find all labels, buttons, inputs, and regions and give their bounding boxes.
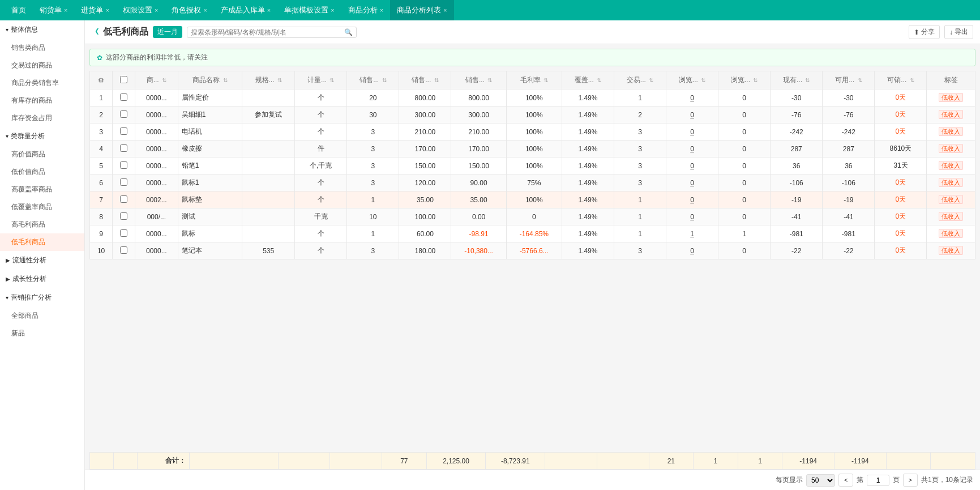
cell-browse1[interactable]: 1	[666, 225, 718, 242]
nav-item-purchase[interactable]: 进货单 ×	[74, 0, 115, 20]
row-checkbox[interactable]	[120, 178, 127, 186]
cell-checkbox[interactable]	[113, 225, 135, 242]
sort-icon[interactable]: ⇅	[701, 77, 705, 83]
sidebar-group-marketing[interactable]: ▾ 营销推广分析	[0, 288, 84, 307]
row-checkbox[interactable]	[120, 93, 127, 101]
cell-browse1[interactable]: 0	[666, 90, 718, 106]
close-icon[interactable]: ×	[64, 7, 67, 14]
cell-checkbox[interactable]	[113, 208, 135, 225]
sort-icon[interactable]: ⇅	[910, 77, 914, 83]
close-icon[interactable]: ×	[267, 7, 271, 14]
sidebar-group-cluster[interactable]: ▾ 类群量分析	[0, 127, 84, 146]
sort-icon[interactable]: ⇅	[805, 77, 810, 83]
sidebar-item-in-stock[interactable]: 有库存的商品	[0, 92, 84, 109]
sidebar-item-new-goods[interactable]: 新品	[0, 325, 84, 342]
nav-item-products[interactable]: 产成品入库单 ×	[214, 0, 277, 20]
sort-icon[interactable]: ⇅	[162, 77, 166, 83]
sort-icon[interactable]: ⇅	[434, 77, 439, 83]
close-icon[interactable]: ×	[203, 7, 207, 14]
cell-checkbox[interactable]	[113, 140, 135, 157]
row-checkbox[interactable]	[120, 246, 127, 254]
nav-item-sales[interactable]: 销货单 ×	[33, 0, 74, 20]
nav-item-permissions[interactable]: 权限设置 ×	[116, 0, 165, 20]
th-checkbox[interactable]	[113, 71, 135, 90]
cell-checkbox[interactable]	[113, 191, 135, 208]
sidebar-collapse-icon[interactable]: 《	[92, 27, 99, 37]
sort-icon[interactable]: ⇅	[329, 77, 334, 83]
share-button[interactable]: ⬆ 分享	[909, 25, 940, 39]
table-header-row: ⚙ 商... ⇅ 商品名称 ⇅ 规格... ⇅ 计量... ⇅ 销售... ⇅ …	[90, 71, 975, 90]
cell-browse1[interactable]: 0	[666, 242, 718, 259]
th-setting[interactable]: ⚙	[90, 71, 113, 90]
sidebar-group-circulation[interactable]: ▶ 流通性分析	[0, 251, 84, 270]
cell-browse1[interactable]: 0	[666, 106, 718, 123]
sidebar-item-low-coverage[interactable]: 低覆盖率商品	[0, 198, 84, 216]
search-icon[interactable]: 🔍	[344, 28, 353, 36]
row-checkbox[interactable]	[120, 212, 127, 220]
close-icon[interactable]: ×	[331, 7, 334, 14]
cell-code: 0000...	[135, 225, 178, 242]
sidebar-item-high-value[interactable]: 高价值商品	[0, 146, 84, 163]
notice-text: 这部分商品的利润非常低，请关注	[106, 53, 208, 62]
sort-icon[interactable]: ⇅	[597, 77, 601, 83]
footer-total-table: 合计： 77 2,125.00 -8,723.91 21 1 1 -1194 -…	[89, 452, 975, 470]
sidebar-item-high-margin[interactable]: 高毛利商品	[0, 216, 84, 233]
cell-browse1[interactable]: 0	[666, 123, 718, 140]
next-page-button[interactable]: ＞	[903, 474, 918, 487]
cell-browse1[interactable]: 0	[666, 157, 718, 174]
sort-icon[interactable]: ⇅	[223, 77, 228, 83]
close-icon[interactable]: ×	[380, 7, 383, 14]
close-icon[interactable]: ×	[443, 7, 447, 14]
cell-browse2: 0	[718, 174, 771, 191]
sort-icon[interactable]: ⇅	[753, 77, 758, 83]
cell-checkbox[interactable]	[113, 157, 135, 174]
row-checkbox[interactable]	[120, 195, 127, 203]
cell-checkbox[interactable]	[113, 106, 135, 123]
sidebar-item-category-rate[interactable]: 商品分类销售率	[0, 74, 84, 92]
sort-icon[interactable]: ⇅	[649, 77, 653, 83]
cell-checkbox[interactable]	[113, 174, 135, 191]
sidebar-item-low-margin[interactable]: 低毛利商品	[0, 233, 84, 251]
sort-icon[interactable]: ⇅	[858, 77, 862, 83]
sort-icon[interactable]: ⇅	[277, 77, 282, 83]
nav-item-goods-analysis[interactable]: 商品分析 ×	[341, 0, 390, 20]
sidebar-item-high-coverage[interactable]: 高覆盖率商品	[0, 181, 84, 198]
row-checkbox[interactable]	[120, 229, 127, 237]
sort-icon[interactable]: ⇅	[382, 77, 387, 83]
nav-item-roles[interactable]: 角色授权 ×	[165, 0, 213, 20]
sidebar-item-capital[interactable]: 库存资金占用	[0, 109, 84, 127]
nav-item-goods-analysis-list[interactable]: 商品分析列表 ×	[390, 0, 453, 20]
sidebar-group-growth[interactable]: ▶ 成长性分析	[0, 270, 84, 288]
search-input[interactable]	[191, 28, 344, 36]
sidebar-item-traded-goods[interactable]: 交易过的商品	[0, 57, 84, 74]
sort-icon[interactable]: ⇅	[487, 77, 492, 83]
page-number-input[interactable]	[867, 475, 889, 486]
cell-checkbox[interactable]	[113, 90, 135, 106]
sidebar-item-sales-goods[interactable]: 销售类商品	[0, 39, 84, 57]
cell-browse1[interactable]: 0	[666, 140, 718, 157]
cell-checkbox[interactable]	[113, 123, 135, 140]
sidebar-item-all-goods[interactable]: 全部商品	[0, 307, 84, 325]
cell-browse1[interactable]: 0	[666, 174, 718, 191]
select-all-checkbox[interactable]	[120, 76, 127, 83]
filter-recent-month-button[interactable]: 近一月	[153, 26, 182, 38]
nav-item-home[interactable]: 首页	[5, 0, 33, 20]
export-button[interactable]: ↓ 导出	[944, 25, 973, 39]
sidebar-group-overview[interactable]: ▾ 整体信息	[0, 20, 84, 39]
row-checkbox[interactable]	[120, 161, 127, 169]
row-checkbox[interactable]	[120, 144, 127, 152]
footer-available-stock: -1194	[834, 453, 886, 470]
prev-page-button[interactable]: ＜	[838, 474, 853, 487]
cell-checkbox[interactable]	[113, 242, 135, 259]
sort-icon[interactable]: ⇅	[544, 77, 548, 83]
nav-item-template[interactable]: 单据模板设置 ×	[277, 0, 341, 20]
table-container[interactable]: ⚙ 商... ⇅ 商品名称 ⇅ 规格... ⇅ 计量... ⇅ 销售... ⇅ …	[85, 71, 980, 452]
close-icon[interactable]: ×	[155, 7, 158, 14]
row-checkbox[interactable]	[120, 110, 127, 118]
close-icon[interactable]: ×	[105, 7, 109, 14]
row-checkbox[interactable]	[120, 127, 127, 135]
sidebar-item-low-value[interactable]: 低价值商品	[0, 163, 84, 181]
cell-browse1[interactable]: 0	[666, 208, 718, 225]
cell-browse1[interactable]: 0	[666, 191, 718, 208]
page-size-select[interactable]: 50 100 200	[806, 474, 835, 487]
